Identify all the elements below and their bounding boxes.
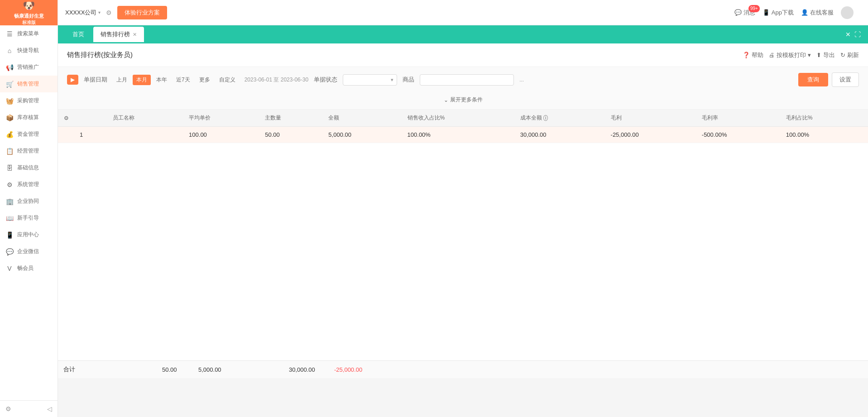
header-settings-icon[interactable]: ⚙ (106, 9, 112, 16)
total-main-qty: 50.00 (162, 366, 198, 373)
refresh-btn[interactable]: ↻ 刷新 (840, 51, 859, 59)
logo-icon: 🐶 (23, 0, 35, 12)
logo-sub: 标准版 (22, 19, 36, 26)
print-label: 按模板打印 (777, 51, 806, 59)
sidebar-item-shortcut[interactable]: ⌂ 快捷导航 (0, 42, 58, 59)
col-header-profit-rate: 毛利率 (696, 110, 781, 127)
col-header-name: 员工名称 (107, 110, 183, 127)
sidebar-item-search[interactable]: ☰ 搜索菜单 (0, 25, 58, 42)
page-title: 销售排行榜(按业务员) (67, 51, 133, 59)
wechat-icon: 💬 (5, 248, 14, 255)
avatar[interactable] (841, 6, 854, 19)
sidebar-item-member[interactable]: V 畅会员 (0, 260, 58, 277)
service-label: 在线客服 (810, 9, 834, 17)
col-header-profit-pct: 毛利占比% (781, 110, 868, 127)
sidebar-item-label: 企业协同 (17, 197, 39, 205)
tab-sales-rank[interactable]: 销售排行榜 ✕ (93, 27, 144, 42)
experience-btn[interactable]: 体验行业方案 (117, 6, 167, 19)
filter-tab-last-month[interactable]: 上月 (113, 75, 131, 85)
filter-tab-this-year[interactable]: 本年 (153, 75, 171, 85)
export-btn[interactable]: ⬆ 导出 (816, 51, 835, 59)
col-header-cost: 成本全额 i (515, 110, 605, 127)
sidebar-item-basic[interactable]: 🗄 基础信息 (0, 159, 58, 176)
col-header-main-qty: 主数量 (259, 110, 323, 127)
page-actions: ❓ 帮助 🖨 按模板打印 ▾ ⬆ 导出 ↻ 刷新 (743, 51, 859, 59)
app-download-btn[interactable]: 📱 App下载 (762, 9, 794, 17)
close-all-icon[interactable]: ✕ (845, 31, 851, 38)
filter-tab-7days[interactable]: 近7天 (173, 75, 194, 85)
online-service-btn[interactable]: 👤 在线客服 (801, 9, 834, 17)
sidebar-item-label: 系统管理 (17, 181, 39, 188)
export-label: 导出 (823, 51, 835, 59)
message-icon: 💬 (734, 9, 742, 16)
app-download-icon: 📱 (762, 9, 770, 16)
header-right: 💬 消息 99+ 📱 App下载 👤 在线客服 (734, 6, 861, 19)
filter-tab-custom[interactable]: 自定义 (216, 75, 239, 85)
table-empty-space (58, 143, 868, 360)
total-label: 合计 (63, 365, 117, 374)
cell-sales-pct: 100.00% (402, 127, 515, 143)
table-settings-btn[interactable]: 设置 (832, 72, 859, 87)
sidebar-item-wechat[interactable]: 💬 企业微信 (0, 243, 58, 260)
filter-tab-more[interactable]: 更多 (196, 75, 214, 85)
cell-rank: 1 (74, 127, 107, 143)
total-cost: 30,000.00 (289, 366, 334, 373)
sidebar-item-enterprise[interactable]: 🏢 企业协同 (0, 193, 58, 210)
filter-toggle-btn[interactable]: ▶ (67, 75, 78, 85)
query-btn[interactable]: 查询 (798, 73, 828, 86)
date-filter-label: 单据日期 (84, 76, 107, 84)
col-header-settings[interactable]: ⚙ (58, 110, 74, 127)
sidebar-item-sales[interactable]: 🛒 销售管理 (0, 76, 58, 92)
goods-input[interactable] (420, 74, 514, 86)
basic-icon: 🗄 (5, 164, 14, 172)
guide-icon: 📖 (5, 215, 14, 222)
expand-row: ⌄ 展开更多条件 (67, 94, 859, 104)
cell-main-qty: 50.00 (259, 127, 323, 143)
purchase-icon: 🧺 (5, 97, 14, 105)
tab-close-icon[interactable]: ✕ (133, 32, 137, 38)
collapse-icon[interactable]: ◁ (47, 405, 52, 412)
operation-icon: 📋 (5, 148, 14, 155)
status-select[interactable] (343, 74, 397, 86)
sidebar-item-label: 快捷导航 (17, 47, 39, 54)
sidebar-item-system[interactable]: ⚙ 系统管理 (0, 176, 58, 193)
settings-footer-icon[interactable]: ⚙ (5, 405, 11, 412)
cell-name (107, 127, 183, 143)
expand-more-btn[interactable]: ⌄ 展开更多条件 (444, 96, 483, 104)
tab-bar-actions: ✕ ⛶ (845, 31, 861, 38)
filter-tab-this-month[interactable]: 本月 (133, 75, 151, 85)
print-chevron-icon: ▾ (808, 52, 811, 58)
company-selector[interactable]: XXXXX公司 ▾ (65, 9, 101, 17)
finance-icon: 💰 (5, 131, 14, 138)
help-btn[interactable]: ❓ 帮助 (743, 51, 763, 59)
member-icon: V (5, 265, 14, 272)
sidebar-item-apps[interactable]: 📱 应用中心 (0, 226, 58, 243)
main-content: 首页 销售排行榜 ✕ ✕ ⛶ 销售排行榜(按业务员) ❓ 帮助 🖨 按模板打印 (58, 25, 868, 378)
company-name: XXXXX公司 (65, 9, 96, 17)
col-header-rank (74, 110, 107, 127)
sidebar-item-inventory[interactable]: 📦 库存核算 (0, 109, 58, 126)
sidebar-item-finance[interactable]: 💰 资金管理 (0, 126, 58, 143)
maximize-icon[interactable]: ⛶ (854, 31, 861, 38)
sidebar-item-label: 基础信息 (17, 164, 39, 172)
inventory-icon: 📦 (5, 114, 14, 121)
goods-more-link[interactable]: ... (519, 77, 524, 83)
expand-chevron-icon: ⌄ (444, 97, 448, 103)
sidebar-item-marketing[interactable]: 📢 营销推广 (0, 59, 58, 76)
cell-amount: 5,000.00 (323, 127, 402, 143)
refresh-label: 刷新 (847, 51, 859, 59)
message-btn[interactable]: 💬 消息 99+ (734, 9, 755, 17)
refresh-icon: ↻ (840, 52, 845, 58)
tab-home-label: 首页 (72, 30, 84, 38)
print-btn[interactable]: 🖨 按模板打印 ▾ (769, 51, 811, 59)
col-header-amount: 全额 (323, 110, 402, 127)
tab-home[interactable]: 首页 (65, 27, 91, 42)
sidebar-item-label: 搜索菜单 (17, 30, 39, 38)
sidebar-item-guide[interactable]: 📖 新手引导 (0, 210, 58, 226)
sidebar-item-operation[interactable]: 📋 经营管理 (0, 143, 58, 159)
sidebar-item-purchase[interactable]: 🧺 采购管理 (0, 92, 58, 109)
page-header: 销售排行榜(按业务员) ❓ 帮助 🖨 按模板打印 ▾ ⬆ 导出 ↻ 刷新 (58, 43, 868, 67)
sidebar-item-label: 销售管理 (17, 80, 39, 88)
col-header-sales-pct: 销售收入占比% (402, 110, 515, 127)
col-header-profit: 毛利 (605, 110, 696, 127)
